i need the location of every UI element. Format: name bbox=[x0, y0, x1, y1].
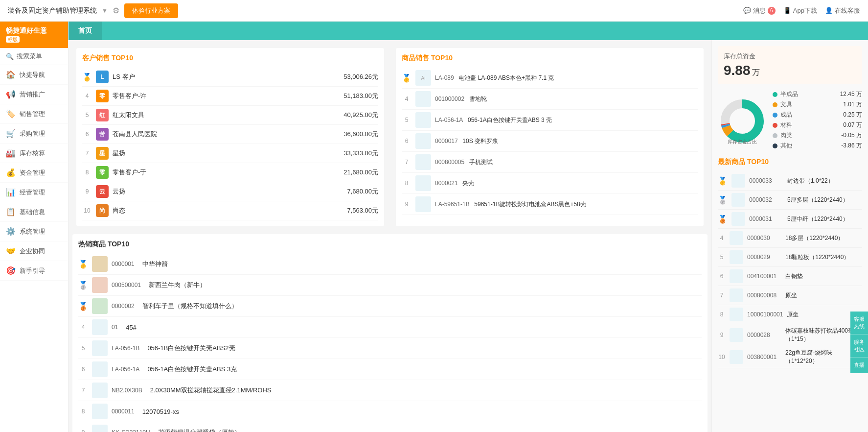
inventory-unit: 万 bbox=[752, 68, 760, 76]
hot-product-row: 7 NB2.0X30B 2.0X30MM双搓花轴搓花直径2.1MM/ROHS bbox=[78, 380, 702, 401]
customer-service-btn[interactable]: 客服热线 bbox=[850, 312, 868, 335]
donut-chart: 库存资金占比 bbox=[718, 96, 767, 145]
gold-medal-icon: 🥇 bbox=[718, 176, 728, 186]
search-icon: 🔍 bbox=[6, 53, 14, 60]
sidebar-item-operations[interactable]: 📊 经营管理 bbox=[0, 183, 68, 202]
legend-item: 文具 1.01 万 bbox=[773, 100, 862, 109]
hot-product-row: 6 LA-056-1A 056-1A白色按键开关盖ABS 3克 bbox=[78, 359, 702, 380]
product-sales-panel-title: 商品销售 TOP10 bbox=[402, 54, 698, 63]
legend-dot bbox=[773, 133, 777, 138]
legend-item: 成品 0.25 万 bbox=[773, 111, 862, 119]
gold-medal-icon: 🥇 bbox=[78, 260, 88, 269]
gold-medal-icon: 🥇 bbox=[82, 72, 92, 82]
sidebar-logo: 畅捷通好生意 标版 bbox=[0, 22, 68, 48]
product-thumbnail bbox=[92, 319, 108, 335]
app-download-btn[interactable]: 📱 App下载 bbox=[783, 6, 817, 15]
new-product-row: 🥇 0000033 封边带（1.0*22） bbox=[718, 171, 862, 191]
phone-icon: 📱 bbox=[783, 7, 791, 14]
legend-dot bbox=[773, 102, 777, 107]
inventory-total-card: 库存总资金 9.88 万 bbox=[718, 46, 862, 84]
tab-home[interactable]: 首页 bbox=[69, 22, 102, 40]
online-service-btn[interactable]: 👤 在线客服 bbox=[825, 6, 860, 15]
new-product-row: 10 003800001 22g鱼豆腐-烧烤味（1*12*20） bbox=[718, 346, 862, 368]
hot-products-title: 热销商品 TOP10 bbox=[78, 240, 702, 249]
right-panel-content: 库存总资金 9.88 万 bbox=[712, 40, 868, 374]
new-product-row: 🥉 0000031 5厘中纤（1220*2440） bbox=[718, 210, 862, 229]
avatar: 零 bbox=[96, 90, 109, 102]
content-main: 客户销售 TOP10 🥇 L LS 客户 53,006.26元 4 零 bbox=[69, 40, 711, 432]
sidebar: 畅捷通好生意 标版 🔍 搜索菜单 🏠 快捷导航 📢 营销推广 🏷️ 销售管理 🛒… bbox=[0, 22, 69, 432]
customer-top10-panel: 客户销售 TOP10 🥇 L LS 客户 53,006.26元 4 零 bbox=[76, 48, 384, 226]
sidebar-item-system[interactable]: ⚙️ 系统管理 bbox=[0, 222, 68, 241]
legend-item: 半成品 12.45 万 bbox=[773, 90, 862, 98]
new-products-title: 最新商品 TOP10 bbox=[718, 158, 862, 167]
silver-medal-icon: 🥈 bbox=[718, 195, 728, 205]
donut-label: 库存资金占比 bbox=[728, 139, 757, 145]
sidebar-item-guide[interactable]: 🎯 新手引导 bbox=[0, 261, 68, 281]
legend-item: 肉类 -0.05 万 bbox=[773, 131, 862, 140]
bronze-medal-icon: 🥉 bbox=[718, 215, 728, 224]
topbar-right: 💬 消息 6 📱 App下载 👤 在线客服 bbox=[743, 6, 860, 15]
new-product-row: 9 0000028 体碳嘉枝味苏打饮品400毫升（1*15） bbox=[718, 324, 862, 346]
product-thumbnail bbox=[92, 340, 108, 356]
main-layout: 畅捷通好生意 标版 🔍 搜索菜单 🏠 快捷导航 📢 营销推广 🏷️ 销售管理 🛒… bbox=[0, 22, 868, 432]
product-thumbnail bbox=[92, 256, 108, 272]
product-info: LA-59651-1B 59651-1B旋转投影灯电池盒ABS黑色+58壳 bbox=[435, 200, 698, 209]
content-body: 客户销售 TOP10 🥇 L LS 客户 53,006.26元 4 零 bbox=[69, 40, 868, 432]
legend-dot bbox=[773, 123, 777, 128]
info-icon: 📋 bbox=[6, 207, 16, 216]
gear-icon[interactable]: ⚙ bbox=[113, 6, 119, 15]
topbar: 装备及固定资产辅助管理系统 ▼ ⚙ 体验行业方案 💬 消息 6 📱 App下载 … bbox=[0, 0, 868, 22]
product-thumbnail bbox=[92, 383, 108, 398]
product-thumbnail bbox=[730, 288, 743, 302]
sales-icon: 🏷️ bbox=[6, 109, 16, 119]
product-row: 7 000800005 手机测试 bbox=[402, 152, 698, 173]
sidebar-item-collab[interactable]: 🤝 企业协同 bbox=[0, 241, 68, 261]
sidebar-item-sales[interactable]: 🏷️ 销售管理 bbox=[0, 104, 68, 124]
sidebar-item-finance[interactable]: 💰 资金管理 bbox=[0, 163, 68, 183]
home-icon: 🏠 bbox=[6, 70, 16, 79]
product-row: 4 001000002 雪地靴 bbox=[402, 89, 698, 110]
customer-row: 4 零 零售客户-许 51,183.00元 bbox=[82, 87, 378, 106]
logo-badge: 标版 bbox=[6, 36, 20, 43]
product-thumbnail bbox=[415, 154, 431, 170]
product-thumbnail: Ai bbox=[415, 70, 431, 86]
collab-icon: 🤝 bbox=[6, 246, 16, 256]
new-product-row: 8 10000100001 原坐 bbox=[718, 305, 862, 324]
top-panels: 客户销售 TOP10 🥇 L LS 客户 53,006.26元 4 零 bbox=[69, 40, 711, 230]
system-title: 装备及固定资产辅助管理系统 bbox=[8, 6, 97, 15]
hot-product-row: 🥉 0000002 智利车子里（规格不知道填什么） bbox=[78, 296, 702, 317]
avatar: L bbox=[96, 71, 109, 83]
sidebar-item-basic-info[interactable]: 📋 基础信息 bbox=[0, 202, 68, 222]
hot-product-row: 9 KK-SD22110H 花语萌偎温分腿睡袋（厚款） bbox=[78, 422, 702, 432]
product-row: 8 0000021 夹壳 bbox=[402, 173, 698, 194]
livestream-btn[interactable]: 直播 bbox=[850, 358, 868, 373]
trial-button[interactable]: 体验行业方案 bbox=[124, 3, 178, 18]
inventory-title: 库存总资金 bbox=[724, 52, 856, 61]
sidebar-item-marketing[interactable]: 📢 营销推广 bbox=[0, 85, 68, 104]
avatar: 零 bbox=[96, 166, 109, 179]
customer-row: 6 苦 苍南县人民医院 36,600.00元 bbox=[82, 125, 378, 144]
service-community-btn[interactable]: 服务社区 bbox=[850, 335, 868, 358]
avatar: 尚 bbox=[96, 204, 109, 217]
hot-products-panel: 热销商品 TOP10 🥇 0000001 中华神箭 🥈 000500001 新西… bbox=[72, 234, 708, 432]
new-product-row: 🥈 0000032 5厘多层（1220*2440） bbox=[718, 191, 862, 210]
chevron-down-icon: ▼ bbox=[102, 7, 108, 14]
product-sales-top10-panel: 商品销售 TOP10 🥇 Ai LA-089 电池盖 LA-089 ABS本色+… bbox=[396, 48, 704, 226]
product-thumbnail bbox=[92, 404, 108, 419]
customer-row: 5 红 红太阳文具 40,925.00元 bbox=[82, 106, 378, 125]
sidebar-item-inventory[interactable]: 🏭 库存核算 bbox=[0, 144, 68, 163]
bronze-medal-icon: 🥉 bbox=[78, 302, 88, 311]
product-info: 000800005 手机测试 bbox=[435, 158, 698, 167]
sidebar-item-quicknav[interactable]: 🏠 快捷导航 bbox=[0, 65, 68, 85]
finance-icon: 💰 bbox=[6, 168, 16, 177]
sidebar-item-purchase[interactable]: 🛒 采购管理 bbox=[0, 124, 68, 144]
sidebar-search[interactable]: 🔍 搜索菜单 bbox=[0, 48, 68, 65]
product-thumbnail bbox=[415, 133, 431, 149]
inventory-amount: 9.88 bbox=[724, 63, 751, 78]
product-thumbnail bbox=[730, 350, 743, 364]
product-thumbnail bbox=[731, 193, 745, 207]
messages-btn[interactable]: 💬 消息 6 bbox=[743, 6, 776, 15]
product-thumbnail bbox=[731, 174, 745, 188]
customer-row: 10 尚 尚态 7,563.00元 bbox=[82, 201, 378, 220]
